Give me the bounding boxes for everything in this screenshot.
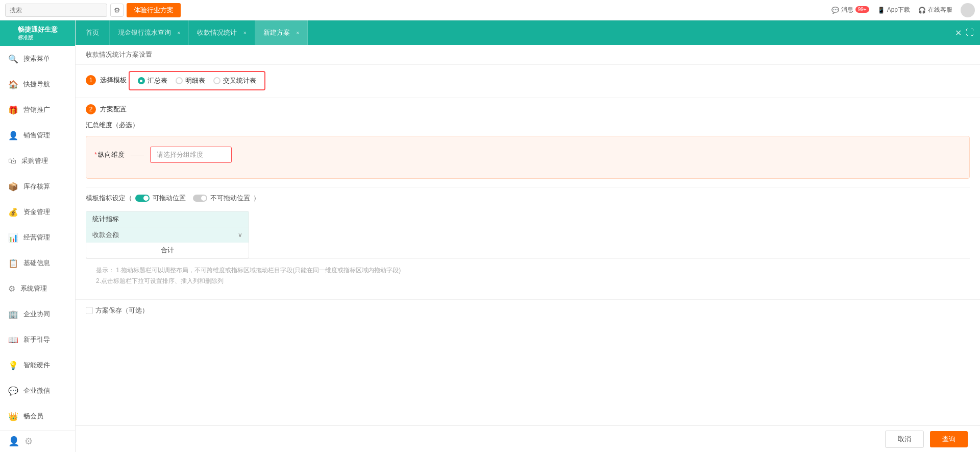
sidebar-label-enterprise: 企业协同 — [23, 310, 50, 319]
footer-icon-2[interactable]: ⚙ — [24, 436, 33, 447]
enterprise-icon: 🏢 — [8, 310, 18, 319]
query-button[interactable]: 查询 — [930, 431, 968, 447]
sidebar-label-member: 畅会员 — [23, 412, 43, 421]
dimension-area: *纵向维度 —— 请选择分组维度 — [86, 136, 970, 179]
sidebar-label-guide: 新手引导 — [23, 335, 50, 344]
breadcrumb: 收款情况统计方案设置 — [86, 51, 152, 58]
save-checkbox-box — [86, 307, 93, 314]
cancel-button[interactable]: 取消 — [885, 431, 924, 448]
dimension-select[interactable]: 请选择分组维度 — [150, 147, 232, 163]
sidebar-item-search-menu[interactable]: 🔍 搜索菜单 — [0, 46, 75, 72]
sidebar: 畅捷通好生意 标准版 🔍 搜索菜单 🏠 快捷导航 🎁 营销推广 👤 销售管理 🛍… — [0, 20, 76, 452]
tab-home[interactable]: 首页 — [76, 20, 110, 45]
radio-cross-label: 交叉统计表 — [223, 76, 256, 85]
sidebar-label-smart-hw: 智能硬件 — [23, 361, 50, 370]
tab-bar: 首页 现金银行流水查询 × 收款情况统计 × 新建方案 × ✕ ⛶ — [76, 20, 980, 45]
radio-cross-circle — [213, 77, 220, 84]
sidebar-label-basic-info: 基础信息 — [23, 258, 50, 268]
sidebar-item-quick-nav[interactable]: 🏠 快捷导航 — [0, 72, 75, 97]
sidebar-item-enterprise[interactable]: 🏢 企业协同 — [0, 301, 75, 327]
service-label: 在线客服 — [928, 6, 952, 14]
logo-sub: 标准版 — [18, 34, 58, 41]
system-icon: ⚙ — [8, 284, 15, 294]
search-menu-icon: 🔍 — [8, 54, 18, 64]
avatar — [961, 3, 975, 17]
save-checkbox[interactable]: 方案保存（可选） — [86, 306, 149, 315]
quick-nav-icon: 🏠 — [8, 80, 18, 89]
step1-num: 1 — [86, 75, 96, 85]
metrics-dropdown-icon[interactable]: ∨ — [238, 231, 242, 239]
tab-receivable-stat[interactable]: 收款情况统计 × — [189, 20, 255, 45]
message-item[interactable]: 💬 消息 99+ — [831, 6, 869, 14]
sidebar-item-wechat[interactable]: 💬 企业微信 — [0, 378, 75, 403]
dimension-section-title: 汇总维度（必选） — [86, 121, 970, 130]
tip-label: 提示： — [96, 267, 114, 274]
tab-new-plan[interactable]: 新建方案 × — [255, 20, 308, 45]
dimension-row: *纵向维度 —— 请选择分组维度 — [94, 147, 961, 163]
guide-icon: 📖 — [8, 335, 18, 345]
draggable-label: 可拖动位置 — [153, 194, 186, 203]
sidebar-item-finance[interactable]: 💰 资金管理 — [0, 199, 75, 225]
sidebar-label-marketing: 营销推广 — [23, 105, 50, 114]
sidebar-label-search-menu: 搜索菜单 — [23, 54, 50, 63]
sidebar-label-wechat: 企业微信 — [23, 386, 50, 395]
tab-maximize-icon[interactable]: ⛶ — [966, 28, 974, 37]
search-input[interactable] — [5, 4, 107, 17]
tab-bank-flow[interactable]: 现金银行流水查询 × — [110, 20, 189, 45]
metrics-row-total: 合计 — [86, 243, 249, 258]
service-item[interactable]: 🎧 在线客服 — [918, 6, 952, 14]
tab-receivable-stat-close[interactable]: × — [243, 30, 246, 36]
inventory-icon: 📦 — [8, 182, 18, 192]
tab-receivable-stat-label: 收款情况统计 — [197, 28, 237, 37]
sidebar-item-guide[interactable]: 📖 新手引导 — [0, 327, 75, 352]
radio-group-template: 汇总表 明细表 交叉统计表 — [138, 76, 256, 85]
service-icon: 🎧 — [918, 7, 926, 14]
content-area: 首页 现金银行流水查询 × 收款情况统计 × 新建方案 × ✕ ⛶ — [76, 20, 980, 452]
step2-num: 2 — [86, 104, 96, 114]
radio-summary[interactable]: 汇总表 — [138, 76, 167, 85]
sidebar-item-member[interactable]: 👑 畅会员 — [0, 403, 75, 429]
tab-bar-right: ✕ ⛶ — [955, 28, 980, 38]
metrics-cell-amount: 收款金额 ∨ — [86, 227, 249, 243]
radio-summary-circle — [138, 77, 145, 84]
member-icon: 👑 — [8, 412, 18, 421]
sidebar-item-business[interactable]: 📊 经营管理 — [0, 225, 75, 250]
tip-1-text: 1.拖动标题栏可以调整布局，不可跨维度或指标区域拖动栏目字段(只能在同一维度或指… — [116, 267, 401, 274]
gear-button[interactable]: ⚙ — [110, 4, 124, 17]
marketing-icon: 🎁 — [8, 105, 18, 115]
tab-bank-flow-label: 现金银行流水查询 — [118, 28, 171, 37]
sidebar-item-system[interactable]: ⚙ 系统管理 — [0, 276, 75, 301]
tab-new-plan-close[interactable]: × — [296, 30, 299, 36]
sidebar-item-purchase[interactable]: 🛍 采购管理 — [0, 148, 75, 174]
top-bar-left: ⚙ 体验行业方案 — [5, 3, 827, 17]
tips-area: 提示： 1.拖动标题栏可以调整布局，不可跨维度或指标区域拖动栏目字段(只能在同一… — [86, 258, 970, 293]
download-icon: 📱 — [877, 7, 885, 14]
sidebar-item-basic-info[interactable]: 📋 基础信息 — [0, 250, 75, 276]
finance-icon: 💰 — [8, 207, 18, 217]
tab-new-plan-label: 新建方案 — [263, 28, 290, 37]
sidebar-label-purchase: 采购管理 — [21, 156, 48, 165]
sales-icon: 👤 — [8, 131, 18, 140]
sidebar-item-marketing[interactable]: 🎁 营销推广 — [0, 97, 75, 123]
smart-hw-icon: 💡 — [8, 361, 18, 370]
vertical-dimension-label: *纵向维度 — [94, 150, 125, 159]
sidebar-item-inventory[interactable]: 📦 库存核算 — [0, 174, 75, 199]
message-badge: 99+ — [855, 6, 869, 13]
tab-bank-flow-close[interactable]: × — [177, 30, 180, 36]
download-item[interactable]: 📱 App下载 — [877, 6, 910, 14]
industry-button[interactable]: 体验行业方案 — [127, 3, 181, 17]
sidebar-item-smart-hw[interactable]: 💡 智能硬件 — [0, 352, 75, 378]
radio-detail[interactable]: 明细表 — [176, 76, 205, 85]
sidebar-footer: 👤 ⚙ — [0, 430, 75, 452]
sidebar-logo: 畅捷通好生意 标准版 — [0, 20, 75, 46]
step1-title: 选择模板 — [100, 76, 127, 85]
tip-line-1: 提示： 1.拖动标题栏可以调整布局，不可跨维度或指标区域拖动栏目字段(只能在同一… — [96, 265, 960, 276]
radio-cross[interactable]: 交叉统计表 — [213, 76, 256, 85]
metrics-config-text: 模板指标设定（ — [86, 194, 132, 203]
page-header: 收款情况统计方案设置 — [76, 45, 980, 65]
tab-close-all-icon[interactable]: ✕ — [955, 28, 962, 38]
template-section: 1 选择模板 汇总表 明细表 — [76, 65, 980, 98]
tip-2-text: 2.点击标题栏下拉可设置排序、插入列和删除列 — [96, 277, 224, 284]
sidebar-item-sales[interactable]: 👤 销售管理 — [0, 123, 75, 148]
footer-icon-1[interactable]: 👤 — [8, 436, 19, 447]
